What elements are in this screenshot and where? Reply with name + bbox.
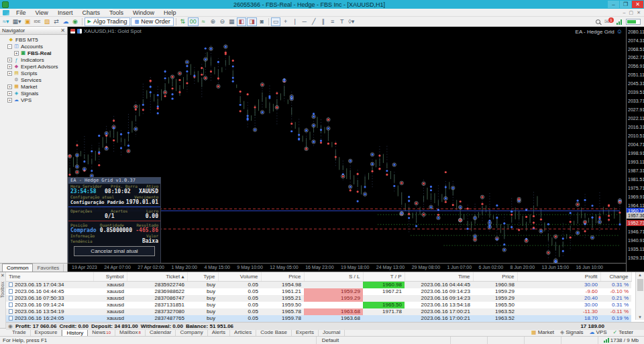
community-icon[interactable]: ◉ <box>71 17 80 26</box>
tab-vps[interactable]: ☁ VPS <box>589 329 606 335</box>
column-header[interactable]: Price <box>261 272 304 281</box>
notifications-bell-icon[interactable]: ✉ 1 <box>604 18 612 25</box>
tab-trade[interactable]: Trade <box>8 329 31 336</box>
expand-toggle-icon[interactable]: + <box>14 51 19 56</box>
column-header[interactable]: Change <box>600 272 631 281</box>
column-header[interactable]: Type <box>187 272 218 281</box>
screenshot-icon[interactable]: ◙ <box>258 17 266 26</box>
new-chart-icon[interactable]: ▦▾ <box>11 17 22 26</box>
metaquotes-icon[interactable]: ▣ <box>23 17 32 26</box>
expand-toggle-icon[interactable]: + <box>7 98 12 103</box>
menu-view[interactable]: View <box>31 9 53 16</box>
tree-item[interactable]: + ▤ Scripts <box>0 70 67 76</box>
search-icon[interactable] <box>596 19 600 24</box>
tab-code-base[interactable]: Code Base <box>256 329 292 336</box>
column-header[interactable]: Price <box>473 272 517 281</box>
menu-help[interactable]: Help <box>159 9 181 16</box>
column-header[interactable]: S / L <box>304 272 363 281</box>
scroll-thumb[interactable] <box>637 279 643 291</box>
tree-item[interactable]: + ▣ FBS-Real <box>0 50 67 56</box>
scroll-down-icon[interactable]: ▼ <box>638 314 642 320</box>
tab-experts[interactable]: Experts <box>292 329 319 336</box>
zoom-in-icon[interactable]: ⊕ <box>209 17 217 26</box>
vline-icon[interactable]: | <box>290 17 299 26</box>
new-order-button[interactable]: ⊞ New Order <box>131 17 173 26</box>
tab-signals[interactable]: ◈ Signals <box>560 329 583 335</box>
tree-item[interactable]: - ◫ Accounts <box>0 43 67 50</box>
metaeditor-ide-icon[interactable]: IDE <box>33 17 42 26</box>
menu-tools[interactable]: Tools <box>105 9 128 16</box>
menu-window[interactable]: Window <box>128 9 159 16</box>
history-row[interactable]: 2023.06.16 13:54:19 xauusd 2837327080 bu… <box>6 308 631 315</box>
tab-alerts[interactable]: Alerts <box>208 329 230 336</box>
cancel-signal-button[interactable]: Cancelar sinal atual <box>74 246 155 256</box>
tree-item[interactable]: + ☁ VPS <box>0 97 67 103</box>
auto-scroll-icon[interactable]: ◨ <box>247 17 257 26</box>
table-scrollbar[interactable]: ▲ ▼ <box>635 272 644 320</box>
expand-toggle-icon[interactable]: - <box>7 44 12 49</box>
connection-status-icon[interactable] <box>616 19 622 25</box>
expand-toggle-icon[interactable]: + <box>7 91 12 96</box>
bar-chart-icon[interactable]: ⇅ <box>178 17 187 26</box>
chart-shift-icon[interactable]: ◧ <box>237 17 247 26</box>
tree-item[interactable]: + ◆ Expert Advisors <box>0 63 67 70</box>
history-row[interactable]: 2023.06.16 16:24:05 xauusd 2837487765 bu… <box>6 315 631 322</box>
mdi-restore-icon[interactable]: ▢ <box>629 10 634 15</box>
tree-item[interactable]: ⚙ Services <box>0 76 67 83</box>
column-header[interactable]: Ticket ▴ <box>127 272 187 281</box>
mdi-minimize-icon[interactable]: – <box>623 10 626 15</box>
fibonacci-icon[interactable]: ≡ <box>328 17 337 26</box>
profile-selector[interactable]: Default <box>316 337 450 344</box>
tab-calendar[interactable]: Calendar <box>146 329 176 336</box>
tab-company[interactable]: Company <box>176 329 207 336</box>
tab-journal[interactable]: Journal <box>319 329 345 336</box>
expand-toggle-icon[interactable]: + <box>7 71 12 76</box>
history-row[interactable]: 2023.06.16 07:50:33 xauusd 2837086747 bu… <box>6 295 631 302</box>
tree-item[interactable]: + ◈ Signals <box>0 90 67 97</box>
column-header[interactable]: T / P <box>363 272 405 281</box>
trendline-icon[interactable]: ╱ <box>309 17 318 26</box>
menu-file[interactable]: File <box>11 9 31 16</box>
hline-icon[interactable]: ─ <box>300 17 309 26</box>
cloud-icon[interactable]: ☁ <box>62 17 70 26</box>
nav-tab-favorites[interactable]: Favorites <box>33 264 64 272</box>
minimize-button[interactable]: – <box>608 1 619 8</box>
zoom-out-icon[interactable]: ⊖ <box>218 17 227 26</box>
link-charts-icon[interactable]: ⇄ <box>52 17 61 26</box>
toolbox-close-icon[interactable]: ✕ <box>0 272 5 278</box>
profiles-folder-icon[interactable]: ▨ <box>43 17 52 26</box>
column-header[interactable]: Time <box>6 272 93 281</box>
line-chart-icon[interactable]: ≈ <box>199 17 208 26</box>
history-row[interactable]: 2023.06.16 09:14:24 xauusd 2837131851 bu… <box>6 302 631 308</box>
tab-mailbox[interactable]: Mailbox8 <box>115 329 146 336</box>
column-header[interactable]: Time <box>405 272 473 281</box>
navigator-close-icon[interactable]: ✕ <box>60 28 65 34</box>
menu-insert[interactable]: Insert <box>53 9 78 16</box>
menu-charts[interactable]: Charts <box>77 9 105 16</box>
tile-windows-icon[interactable]: ▦ <box>227 17 236 26</box>
price-scale[interactable]: 2080.112074.312068.512062.712056.912051.… <box>626 27 644 272</box>
shapes-icon[interactable]: ◊▾ <box>347 17 356 26</box>
ea-panel-title[interactable]: EA - Hedge Grid v1.0.37 <box>68 178 160 184</box>
tab-market[interactable]: ▦ Market <box>531 329 554 335</box>
history-row[interactable]: 2023.06.15 17:04:34 xauusd 2835922746 bu… <box>6 281 631 288</box>
close-button[interactable]: ✕ <box>632 1 643 8</box>
cursor-icon[interactable]: ▭ <box>271 17 281 26</box>
expand-toggle-icon[interactable]: + <box>7 64 12 69</box>
chart-plot[interactable]: XAUUSD,H1: Gold Spot EA - Hedge Grid ☺ E… <box>68 27 626 263</box>
nav-tab-common[interactable]: Common <box>2 264 33 272</box>
chart-type-icon[interactable]: ≈▾ <box>1 17 10 26</box>
scroll-up-icon[interactable]: ▲ <box>638 272 642 278</box>
expand-toggle-icon[interactable]: + <box>7 84 12 89</box>
column-header[interactable]: Volume <box>218 272 261 281</box>
text-icon[interactable]: T <box>337 17 346 26</box>
tab-articles[interactable]: Articles <box>230 329 256 336</box>
column-header[interactable]: Profit <box>517 272 600 281</box>
tick-chart-icon[interactable]: 00 <box>188 17 199 26</box>
tab-news[interactable]: News10 <box>88 329 115 336</box>
tree-item[interactable]: ◆ FBS MT5 <box>0 36 67 43</box>
tree-item[interactable]: + ƒ Indicators <box>0 56 67 63</box>
mdi-close-icon[interactable]: ✕ <box>637 10 641 15</box>
tree-item[interactable]: + ▦ Market <box>0 83 67 90</box>
expand-toggle-icon[interactable]: + <box>7 58 12 62</box>
